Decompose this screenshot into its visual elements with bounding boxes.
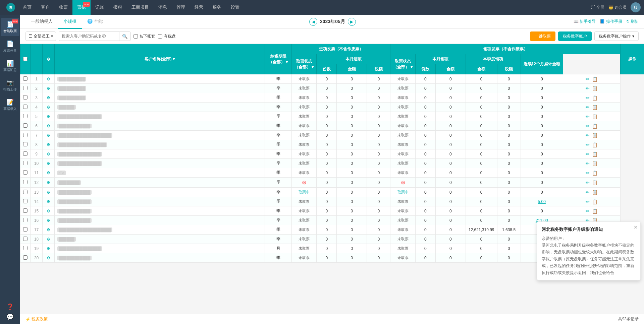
tab-general[interactable]: 一般纳税人 xyxy=(25,15,58,29)
cell-settings[interactable]: ⚙ xyxy=(43,93,55,103)
user-avatar[interactable]: U xyxy=(631,2,641,12)
cell-checkbox[interactable] xyxy=(20,131,31,140)
edit-btn[interactable]: ✏ xyxy=(586,190,590,195)
row-checkbox[interactable] xyxy=(23,255,28,260)
cell-settings[interactable]: ⚙ xyxy=(43,197,55,206)
copy-btn[interactable]: 📋 xyxy=(592,105,598,110)
cell-checkbox[interactable] xyxy=(20,178,31,188)
row-checkbox[interactable] xyxy=(23,208,28,213)
row-checkbox[interactable] xyxy=(23,123,28,128)
nav-item-home[interactable]: 首页 xyxy=(18,0,36,15)
row-checkbox[interactable] xyxy=(23,151,28,156)
nav-item-invoice[interactable]: 票据 new xyxy=(72,0,91,15)
cell-settings[interactable]: ⚙ xyxy=(43,225,55,235)
subledger-checkbox[interactable] xyxy=(133,34,138,39)
cell-settings[interactable]: ⚙ xyxy=(43,244,55,253)
cell-settings[interactable]: ⚙ xyxy=(43,84,55,93)
row-checkbox[interactable] xyxy=(23,170,28,175)
row-checkbox[interactable] xyxy=(23,133,28,137)
fullscreen-btn[interactable]: ⛶ 全屏 xyxy=(591,5,604,10)
copy-btn[interactable]: 📋 xyxy=(592,151,598,157)
edit-btn[interactable]: ✏ xyxy=(586,142,590,147)
new-guide-btn[interactable]: 📖 新手引导 xyxy=(574,19,596,24)
cell-checkbox[interactable] xyxy=(20,84,31,93)
cell-settings[interactable]: ⚙ xyxy=(43,121,55,131)
help-icon[interactable]: ❓ xyxy=(6,303,14,311)
tab-all[interactable]: 🌐 全能 xyxy=(82,15,108,29)
cell-checkbox[interactable] xyxy=(20,140,31,149)
cell-settings[interactable]: ⚙ xyxy=(43,216,55,225)
edit-btn[interactable]: ✏ xyxy=(586,123,590,129)
nav-item-tax[interactable]: 报税 xyxy=(109,0,127,15)
cell-checkbox[interactable] xyxy=(20,149,31,159)
row-checkbox[interactable] xyxy=(23,114,28,118)
cell-checkbox[interactable] xyxy=(20,253,31,263)
edit-btn[interactable]: ✏ xyxy=(586,151,590,157)
row-checkbox[interactable] xyxy=(23,190,28,194)
cell-settings[interactable]: ⚙ xyxy=(43,74,55,84)
cell-checkbox[interactable] xyxy=(20,206,31,216)
th-quota[interactable]: 纳税期限（全部） ▾ xyxy=(265,44,292,74)
logo[interactable]: 票 xyxy=(3,0,18,15)
th-input-status[interactable]: 取票状态（全部） ▾ xyxy=(292,54,317,74)
row-checkbox[interactable] xyxy=(23,237,28,241)
edit-btn[interactable]: ✏ xyxy=(586,133,590,138)
cell-settings[interactable]: ⚙ xyxy=(43,159,55,168)
edit-btn[interactable]: ✏ xyxy=(586,76,590,82)
cell-settings[interactable]: ⚙ xyxy=(43,140,55,149)
feedback-icon[interactable]: 💬 xyxy=(6,313,14,321)
copy-btn[interactable]: 📋 xyxy=(592,123,598,129)
row-checkbox[interactable] xyxy=(23,95,28,100)
sidebar-item-invoice-summary[interactable]: 📊 票据汇总 xyxy=(1,57,19,75)
row-checkbox[interactable] xyxy=(23,161,28,165)
copy-btn[interactable]: 📋 xyxy=(592,170,598,176)
cell-checkbox[interactable] xyxy=(20,103,31,112)
edit-btn[interactable]: ✏ xyxy=(586,95,590,101)
edit-btn[interactable]: ✏ xyxy=(586,208,590,214)
th-customer-name[interactable]: 客户名称(全部) ▾ xyxy=(55,44,265,74)
select-all-checkbox[interactable] xyxy=(23,57,28,61)
nav-item-client[interactable]: 客户 xyxy=(36,0,54,15)
row-checkbox[interactable] xyxy=(23,218,28,222)
tax-policy-btn[interactable]: ⚡ 税务政策 xyxy=(25,316,48,322)
nav-item-operation[interactable]: 经营 xyxy=(190,0,208,15)
copy-btn[interactable]: 📋 xyxy=(592,114,598,119)
search-button[interactable]: 🔍 xyxy=(119,31,131,41)
copy-btn[interactable]: 📋 xyxy=(592,208,598,214)
row-checkbox[interactable] xyxy=(23,180,28,184)
edit-btn[interactable]: ✏ xyxy=(586,170,590,176)
copy-btn[interactable]: 📋 xyxy=(592,95,598,101)
row-checkbox[interactable] xyxy=(23,105,28,109)
cell-settings[interactable]: ⚙ xyxy=(43,112,55,121)
nav-item-service[interactable]: 服务 xyxy=(208,0,226,15)
edit-btn[interactable]: ✏ xyxy=(586,105,590,110)
nav-item-collect[interactable]: 收票 xyxy=(54,0,72,15)
cell-checkbox[interactable] xyxy=(20,93,31,103)
cell-settings[interactable]: ⚙ xyxy=(43,131,55,140)
copy-btn[interactable]: 📋 xyxy=(592,161,598,166)
sidebar-item-open-invoice[interactable]: 📄 发票开具 xyxy=(1,38,19,56)
cell-settings[interactable]: ⚙ xyxy=(43,206,55,216)
sidebar-item-scan-upload[interactable]: 📷 扫描上传 xyxy=(1,76,19,94)
cell-checkbox[interactable] xyxy=(20,235,31,244)
edit-btn[interactable]: ✏ xyxy=(586,114,590,119)
row-checkbox[interactable] xyxy=(23,246,28,250)
copy-btn[interactable]: 📋 xyxy=(592,76,598,82)
copy-btn[interactable]: 📋 xyxy=(592,190,598,195)
cell-checkbox[interactable] xyxy=(20,216,31,225)
cell-checkbox[interactable] xyxy=(20,112,31,121)
cell-checkbox[interactable] xyxy=(20,188,31,197)
member-btn[interactable]: 👑 购会员 xyxy=(608,5,627,10)
row-checkbox[interactable] xyxy=(23,199,28,203)
nav-item-manage[interactable]: 管理 xyxy=(172,0,190,15)
cell-checkbox[interactable] xyxy=(20,244,31,253)
row-checkbox[interactable] xyxy=(23,142,28,146)
hastax-checkbox[interactable] xyxy=(158,34,162,39)
edit-btn[interactable]: ✏ xyxy=(586,86,590,91)
notification-close-btn[interactable]: ✕ xyxy=(634,224,638,230)
row-checkbox[interactable] xyxy=(23,86,28,90)
digital-account-btn[interactable]: 税务数字账户 xyxy=(558,31,592,41)
employee-filter[interactable]: ☰ 全部员工 ▾ xyxy=(25,31,56,41)
th-output-status[interactable]: 取票状态（全部） ▾ xyxy=(390,54,415,74)
copy-btn[interactable]: 📋 xyxy=(592,86,598,91)
